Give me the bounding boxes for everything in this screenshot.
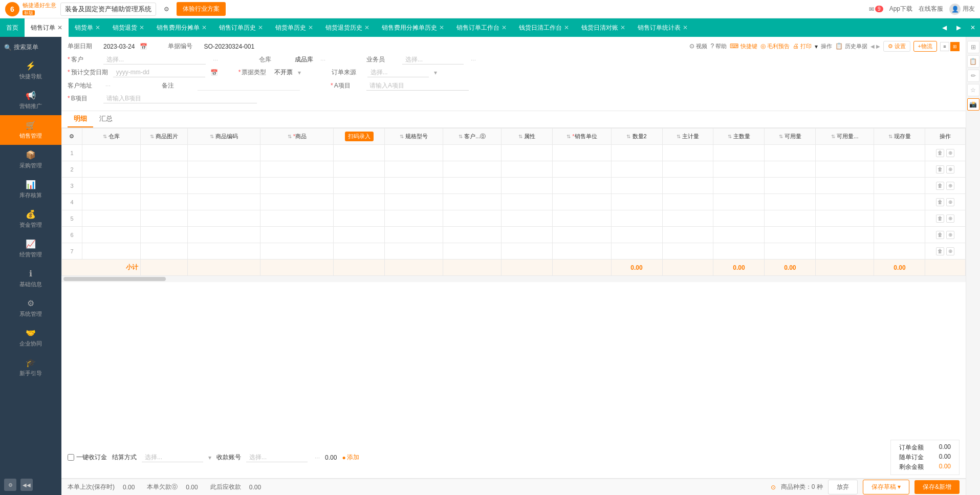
- nav-tab-8[interactable]: 销售订单工作台 ✕: [450, 18, 513, 37]
- td-spec-1[interactable]: [385, 145, 443, 161]
- row-delete-1[interactable]: 🗑: [936, 149, 944, 157]
- th-code[interactable]: ⇅ 商品编码: [187, 128, 260, 145]
- list-view-icon[interactable]: ≡: [940, 42, 949, 51]
- td-spec-2[interactable]: [385, 161, 443, 178]
- th-cust-no[interactable]: ⇅ 客户...⓪: [443, 128, 502, 145]
- sidebar-item-collab[interactable]: 🤝 企业协同: [0, 323, 61, 353]
- sidebar-settings-btn[interactable]: ⚙: [4, 479, 16, 491]
- payment-method-dropdown[interactable]: ▾: [208, 454, 211, 461]
- nav-next-btn[interactable]: ▶: [951, 18, 966, 37]
- draft-btn[interactable]: 保存草稿 ▾: [863, 480, 909, 494]
- nav-more-btn[interactable]: ✕: [966, 18, 980, 37]
- sidebar-item-sales[interactable]: 🛒 销售管理: [0, 115, 61, 145]
- scan-btn[interactable]: 扫码录入: [345, 132, 374, 141]
- td-attr-1[interactable]: [502, 145, 553, 161]
- sidebar-item-finance[interactable]: 💰 资金管理: [0, 204, 61, 234]
- order-source-dropdown-icon[interactable]: ▾: [434, 69, 437, 76]
- td-qty2-2[interactable]: [611, 161, 662, 178]
- nav-tab-9[interactable]: 钱货日清工作台 ✕: [513, 18, 575, 37]
- td-main-unit-2[interactable]: [662, 161, 713, 178]
- row-delete-3[interactable]: 🗑: [936, 182, 944, 190]
- view-icon2[interactable]: ⊙ 视频: [689, 42, 707, 50]
- row-copy-6[interactable]: ⊕: [946, 231, 954, 239]
- th-qty2[interactable]: ⇅ 数量2: [611, 128, 662, 145]
- td-unit-1[interactable]: [553, 145, 611, 161]
- sidebar-item-inventory[interactable]: 📊 库存核算: [0, 175, 61, 204]
- discard-btn[interactable]: 放弃: [828, 480, 858, 494]
- th-attr[interactable]: ⇅ 属性: [502, 128, 553, 145]
- row-delete-4[interactable]: 🗑: [936, 198, 944, 206]
- nav-tab-3[interactable]: 销售费用分摊单 ✕: [150, 18, 213, 37]
- right-panel-icon-5[interactable]: 📸: [967, 98, 979, 111]
- right-panel-icon-4[interactable]: ☆: [967, 84, 979, 96]
- nav-tab-0[interactable]: 销售订单 ✕: [25, 18, 69, 37]
- row-copy-2[interactable]: ⊕: [946, 165, 954, 174]
- right-panel-icon-1[interactable]: ⊞: [967, 41, 979, 53]
- td-img-1[interactable]: [141, 145, 187, 161]
- nav-home[interactable]: 首页: [0, 18, 25, 37]
- payment-method-input[interactable]: [142, 453, 203, 462]
- a-project-input[interactable]: [366, 81, 469, 91]
- td-cust-2[interactable]: [443, 161, 502, 178]
- row-delete-5[interactable]: 🗑: [936, 214, 944, 223]
- sidebar-item-system[interactable]: ⚙ 系统管理: [0, 293, 61, 323]
- td-main-qty-1[interactable]: [713, 145, 765, 161]
- print-icon2[interactable]: 🖨 打印: [793, 42, 812, 50]
- td-warehouse-2[interactable]: [82, 161, 140, 178]
- scroll-bar-row[interactable]: [61, 276, 966, 282]
- td-cust-1[interactable]: [443, 145, 502, 161]
- row-delete-6[interactable]: 🗑: [936, 231, 944, 239]
- system-name[interactable]: 装备及固定资产辅助管理系统: [60, 3, 156, 16]
- customer-dots[interactable]: ···: [213, 56, 218, 63]
- th-img[interactable]: ⇅ 商品图片: [141, 128, 187, 145]
- th-unit[interactable]: ⇅ *销售单位: [553, 128, 611, 145]
- staff-input[interactable]: [402, 55, 464, 64]
- warehouse-dots[interactable]: ···: [320, 56, 325, 63]
- nav-tab-6-close[interactable]: ✕: [364, 24, 369, 31]
- sidebar-item-basic-info[interactable]: ℹ 基础信息: [0, 264, 61, 293]
- td-unit-2[interactable]: [553, 161, 611, 178]
- th-main-unit[interactable]: ⇅ 主计量: [662, 128, 713, 145]
- settings-btn2[interactable]: ⚙ 设置: [883, 41, 910, 52]
- td-code-1[interactable]: [187, 145, 260, 161]
- save-new-btn[interactable]: 保存&新增: [914, 480, 960, 494]
- right-panel-icon-2[interactable]: 📋: [967, 55, 979, 68]
- th-main-qty[interactable]: ⇅ 主数量: [713, 128, 765, 145]
- nav-tab-11[interactable]: 销售订单统计表 ✕: [631, 18, 694, 37]
- td-warehouse-1[interactable]: [82, 145, 140, 161]
- sidebar-item-marketing[interactable]: 📢 营销推广: [0, 85, 61, 115]
- row-copy-5[interactable]: ⊕: [946, 214, 954, 223]
- th-avail1[interactable]: ⇅ 可用量: [765, 128, 816, 145]
- th-current[interactable]: ⇅ 现存量: [874, 128, 925, 145]
- user-area[interactable]: 👤 用友: [949, 4, 975, 15]
- row-copy-4[interactable]: ⊕: [946, 198, 954, 206]
- td-avail1-1[interactable]: [765, 145, 816, 161]
- sidebar-collapse-btn[interactable]: ◀◀: [20, 479, 33, 491]
- th-avail2[interactable]: ⇅ 可用量...: [816, 128, 874, 145]
- nav-tab-7-close[interactable]: ✕: [439, 24, 444, 31]
- nav-tab-8-close[interactable]: ✕: [502, 24, 507, 31]
- row-delete-7[interactable]: 🗑: [936, 247, 944, 255]
- sidebar-item-guide[interactable]: 🎓 新手引导: [0, 353, 61, 382]
- history-icon2[interactable]: 📋 历史单据: [835, 42, 867, 50]
- nav-tab-11-close[interactable]: ✕: [683, 24, 688, 31]
- staff-dots[interactable]: ···: [471, 56, 476, 63]
- one-click-checkbox[interactable]: 一键收订金: [68, 453, 107, 462]
- row-copy-7[interactable]: ⊕: [946, 247, 954, 255]
- td-current-1[interactable]: [874, 145, 925, 161]
- td-goods-1[interactable]: [260, 145, 334, 161]
- message-area[interactable]: ✉ 9 ✉: [869, 6, 883, 13]
- nav-tab-4[interactable]: 销售订单历史 ✕: [213, 18, 269, 37]
- row-copy-1[interactable]: ⊕: [946, 149, 954, 157]
- industry-btn[interactable]: 体验行业方案: [177, 2, 226, 16]
- online-service-link[interactable]: 在线客服: [919, 5, 943, 13]
- nav-tab-10[interactable]: 钱货日清对账 ✕: [575, 18, 631, 37]
- td-attr-2[interactable]: [502, 161, 553, 178]
- row-copy-3[interactable]: ⊕: [946, 182, 954, 190]
- tab-detail[interactable]: 明细: [68, 111, 93, 127]
- add-payment-btn[interactable]: ● 添加: [342, 453, 359, 462]
- calendar-icon[interactable]: 📅: [140, 43, 147, 50]
- nav-tab-7[interactable]: 销售费用分摊单历史 ✕: [376, 18, 450, 37]
- nav-tab-1-close[interactable]: ✕: [95, 24, 100, 31]
- th-warehouse[interactable]: ⇅ 仓库: [82, 128, 140, 145]
